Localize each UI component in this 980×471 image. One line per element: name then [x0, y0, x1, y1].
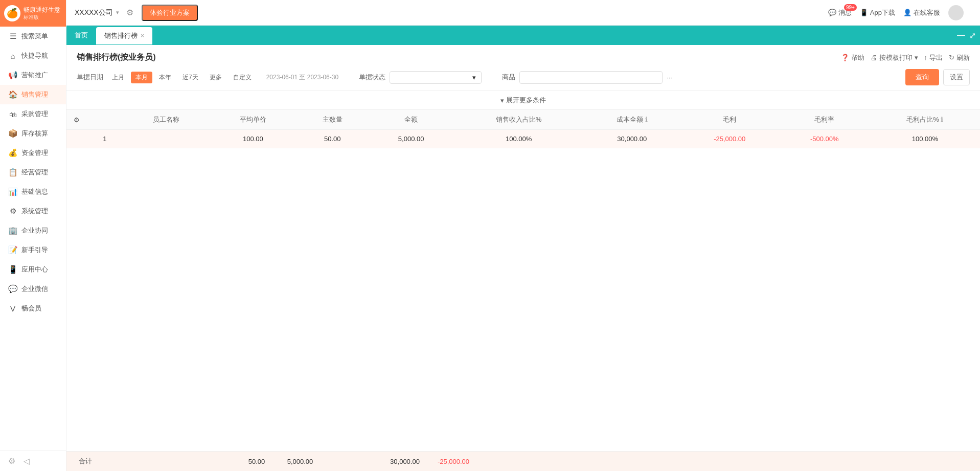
user-avatar[interactable]: [948, 5, 964, 20]
sidebar-item-purchase[interactable]: 🛍 采购管理: [0, 104, 66, 124]
sidebar-collapse-icon[interactable]: ◁: [24, 456, 30, 466]
sidebar-item-system[interactable]: ⚙ 系统管理: [0, 201, 66, 221]
query-button[interactable]: 查询: [905, 69, 939, 85]
date-filter-label: 单据日期: [77, 73, 103, 82]
sidebar-label-inventory: 库存核算: [21, 129, 48, 138]
expand-label: 展开更多条件: [506, 96, 546, 105]
topbar-right: 💬 消息 99+ 📱 App下载 👤 在线客服: [828, 5, 972, 20]
tab-minimize-icon[interactable]: —: [957, 31, 965, 40]
col-header-employee: 员工名称: [123, 110, 210, 130]
page-title-row: 销售排行榜(按业务员) ❓ 帮助 🖨 按模板打印 ▾ ↑ 导出: [77, 52, 970, 63]
date-range-display: 2023-06-01 至 2023-06-30: [266, 73, 338, 82]
topbar-gear-icon[interactable]: ⚙: [126, 8, 133, 17]
goods-input[interactable]: [524, 74, 658, 81]
row-amount-cell: 5,000.00: [369, 130, 454, 148]
col-header-cost: 成本全额 ℹ: [584, 110, 680, 130]
company-name: XXXXX公司: [75, 8, 113, 17]
content-area: 销售排行榜(按业务员) ❓ 帮助 🖨 按模板打印 ▾ ↑ 导出: [66, 45, 980, 471]
footer-gross-cell: -25,000.00: [430, 458, 476, 465]
more-options-icon[interactable]: ···: [667, 74, 672, 81]
date-btn-custom[interactable]: 自定义: [229, 72, 256, 83]
sidebar-item-enterprise[interactable]: 🏢 企业协同: [0, 221, 66, 240]
sidebar-item-marketing[interactable]: 📢 营销推广: [0, 65, 66, 85]
footer-employee-cell: [144, 458, 195, 465]
message-icon: 💬: [828, 9, 836, 16]
sidebar-label-sales: 销售管理: [21, 90, 48, 99]
date-btn-lastmonth[interactable]: 上月: [107, 72, 129, 83]
sidebar-item-sales[interactable]: 🏠 销售管理: [0, 85, 66, 104]
expand-row: ▾ 展开更多条件: [66, 91, 980, 110]
table-header-row: ⚙ 员工名称 平均单价 主数量 全额 销售收入占比% 成本全额 ℹ 毛利 毛利率…: [66, 110, 980, 130]
sidebar-item-quicknav[interactable]: ⌂ 快捷导航: [0, 46, 66, 65]
company-chevron-icon: ▾: [116, 9, 119, 16]
sidebar-item-search[interactable]: ☰ 搜索菜单: [0, 27, 66, 46]
help-button[interactable]: ❓ 帮助: [841, 53, 864, 62]
data-table: ⚙ 员工名称 平均单价 主数量 全额 销售收入占比% 成本全额 ℹ 毛利 毛利率…: [66, 110, 980, 148]
row-settings-cell: [66, 130, 87, 148]
page-actions: ❓ 帮助 🖨 按模板打印 ▾ ↑ 导出 ↻ 刷新: [841, 53, 970, 62]
help-icon: ❓: [841, 54, 849, 61]
date-btn-7days[interactable]: 近7天: [178, 72, 203, 83]
sidebar-item-inventory[interactable]: 📦 库存核算: [0, 124, 66, 143]
col-header-amount: 全额: [369, 110, 454, 130]
cost-info-icon[interactable]: ℹ: [645, 116, 648, 123]
goods-input-box[interactable]: [519, 71, 663, 84]
refresh-button[interactable]: ↻ 刷新: [949, 53, 970, 62]
tab-sales-ranking[interactable]: 销售排行榜 ×: [96, 27, 152, 44]
sidebar-item-wechat[interactable]: 💬 企业微信: [0, 279, 66, 299]
tab-close-icon[interactable]: ×: [141, 32, 144, 39]
sidebar-label-enterprise: 企业协同: [21, 226, 48, 235]
sidebar-item-finance[interactable]: 💰 资金管理: [0, 143, 66, 163]
tab-sales-ranking-label: 销售排行榜: [104, 31, 138, 40]
gross-pct-info-icon[interactable]: ℹ: [941, 116, 943, 123]
operations-icon: 📋: [8, 168, 17, 177]
status-filter-label: 单据状态: [359, 73, 385, 82]
sidebar-label-system: 系统管理: [21, 207, 48, 216]
tab-maximize-icon[interactable]: ⤢: [969, 31, 976, 40]
sidebar-settings-icon[interactable]: ⚙: [8, 456, 15, 466]
tab-home-label: 首页: [75, 31, 88, 40]
date-btn-thismonth[interactable]: 本月: [131, 72, 152, 83]
date-filter-group: 单据日期 上月 本月 本年 近7天 更多 自定义: [77, 72, 256, 83]
date-btn-thisyear[interactable]: 本年: [154, 72, 176, 83]
sidebar-item-operations[interactable]: 📋 经营管理: [0, 163, 66, 182]
wechat-icon: 💬: [8, 284, 17, 294]
print-button[interactable]: 🖨 按模板打印 ▾: [871, 53, 918, 62]
status-select[interactable]: ▾: [390, 71, 482, 84]
sidebar-label-purchase: 采购管理: [21, 109, 48, 119]
tab-home[interactable]: 首页: [66, 27, 96, 44]
sidebar-item-member[interactable]: V 畅会员: [0, 299, 66, 318]
sidebar-label-operations: 经营管理: [21, 168, 48, 177]
sidebar-item-appcenter[interactable]: 📱 应用中心: [0, 260, 66, 279]
expand-button[interactable]: ▾ 展开更多条件: [494, 94, 552, 106]
inventory-icon: 📦: [8, 129, 17, 138]
sidebar-bottom: ⚙ ◁: [0, 451, 66, 471]
footer-gross-rate-cell: [476, 458, 517, 465]
enterprise-icon: 🏢: [8, 226, 17, 235]
export-button[interactable]: ↑ 导出: [924, 53, 943, 62]
topbar: XXXXX公司 ▾ ⚙ 体验行业方案 💬 消息 99+ 📱 App下载 👤 在线…: [66, 0, 980, 26]
app-download-button[interactable]: 📱 App下载: [860, 8, 895, 17]
table-footer: 合计 50.00 5,000.00 30,000.00 -25,000.00: [66, 451, 980, 471]
sales-icon: 🏠: [8, 90, 17, 99]
tabs-bar: 首页 销售排行榜 × — ⤢: [66, 26, 980, 45]
print-label: 按模板打印: [879, 53, 913, 62]
table-area: ⚙ 员工名称 平均单价 主数量 全额 销售收入占比% 成本全额 ℹ 毛利 毛利率…: [66, 110, 980, 451]
sidebar-label-finance: 资金管理: [21, 148, 48, 158]
online-service-button[interactable]: 👤 在线客服: [903, 8, 940, 17]
sidebar-item-guide[interactable]: 📝 新手引导: [0, 240, 66, 260]
table-header: ⚙ 员工名称 平均单价 主数量 全额 销售收入占比% 成本全额 ℹ 毛利 毛利率…: [66, 110, 980, 130]
export-label: 导出: [929, 53, 943, 62]
refresh-label: 刷新: [956, 53, 970, 62]
trial-button[interactable]: 体验行业方案: [142, 5, 198, 21]
sidebar-item-basicinfo[interactable]: 📊 基础信息: [0, 182, 66, 201]
finance-icon: 💰: [8, 148, 17, 158]
appcenter-icon: 📱: [8, 265, 17, 274]
message-button[interactable]: 💬 消息 99+: [828, 8, 852, 17]
company-selector[interactable]: XXXXX公司 ▾: [75, 8, 119, 17]
col-header-settings[interactable]: ⚙: [66, 110, 87, 130]
action-buttons: 查询 设置: [905, 69, 970, 85]
logo-line2: 标准版: [24, 14, 60, 20]
date-btn-more[interactable]: 更多: [205, 72, 226, 83]
settings-button[interactable]: 设置: [943, 69, 970, 85]
